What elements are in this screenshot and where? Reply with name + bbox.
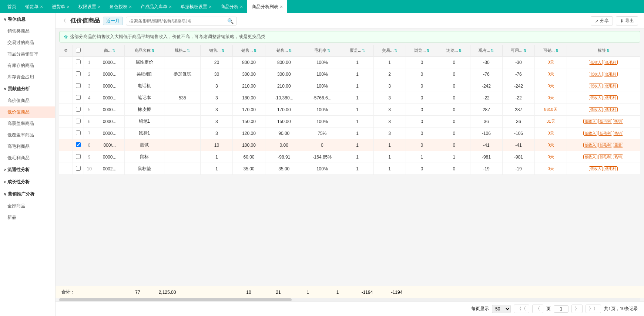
close-icon[interactable]: ✕ [240,5,243,9]
last-page-button[interactable]: 〉〉 [586,305,601,313]
row-checkbox[interactable] [76,71,81,76]
td-coverage: 1 [341,116,373,128]
nav-template-settings[interactable]: 单据模板设置 ✕ [176,0,216,13]
sidebar-item-traded-products[interactable]: 交易过的商品 [0,37,55,48]
sidebar-item-high-value[interactable]: 高价值商品 [0,95,55,106]
td-browse2: 0 [438,92,470,104]
sidebar-item-category-sales-rate[interactable]: 商品分类销售率 [0,48,55,60]
pagination: 每页显示 50 100 〈〈 〈 页 〉 〉〉 共1页，10条记录 [56,301,644,316]
sidebar-group-marketing[interactable]: ∨ 营销推广分析 [0,188,55,200]
first-page-button[interactable]: 〈〈 [514,305,529,313]
row-checkbox[interactable] [76,119,81,123]
td-name[interactable]: 橡皮擦 [124,104,164,116]
period-button[interactable]: 近一月 [103,17,123,25]
td-checkbox[interactable] [73,139,84,151]
td-checkbox[interactable] [73,104,84,116]
row-checkbox[interactable] [76,154,81,159]
row-checkbox[interactable] [76,83,81,88]
tag-badge: 热销 [613,131,623,136]
nav-product-analysis[interactable]: 商品分析 ✕ [216,0,247,13]
td-name[interactable]: 鼠标垫 [124,163,164,175]
close-icon[interactable]: ✕ [169,5,172,9]
row-checkbox[interactable] [76,95,81,100]
nav-sales-order[interactable]: 销货单 ✕ [21,0,47,13]
close-icon[interactable]: ✕ [98,5,101,9]
th-code[interactable]: 商...⇅ [95,45,124,57]
td-name[interactable]: 笔记本 [124,92,164,104]
prev-page-button[interactable]: 〈 [532,305,543,313]
sidebar-item-new-products[interactable]: 新品 [0,212,55,223]
next-page-button[interactable]: 〉 [571,305,583,313]
select-all-checkbox[interactable] [76,48,81,52]
th-tags[interactable]: 标签⇅ [567,45,640,57]
th-sales-amount[interactable]: 销售...⇅ [233,45,265,57]
sidebar-group-liquidity[interactable]: > 流通性分析 [0,164,55,176]
row-checkbox[interactable] [76,60,81,64]
td-name[interactable]: 测试 [124,139,164,151]
td-checkbox[interactable] [73,92,84,104]
sidebar-item-high-coverage[interactable]: 高覆盖率商品 [0,118,55,129]
td-browse1[interactable]: 1 [406,151,438,163]
th-sales-qty[interactable]: 销售...⇅ [201,45,233,57]
sidebar-item-low-margin[interactable]: 低毛利商品 [0,152,55,164]
nav-product-analysis-list[interactable]: 商品分析列表 ✕ [247,0,287,13]
per-page-select[interactable]: 50 100 [492,305,511,313]
close-icon[interactable]: ✕ [209,5,212,9]
td-checkbox[interactable] [73,116,84,128]
sidebar-group-contribution[interactable]: ∨ 贡献值分析 [0,83,55,95]
sidebar-item-high-margin[interactable]: 高毛利商品 [0,141,55,152]
td-checkbox[interactable] [73,57,84,68]
td-checkbox[interactable] [73,163,84,175]
th-gross-rate[interactable]: 毛利率⇅ [303,45,341,57]
td-checkbox[interactable] [73,151,84,163]
td-name[interactable]: 鼠标1 [124,128,164,139]
sidebar-item-low-value[interactable]: 低价值商品 [0,106,55,118]
th-spec[interactable]: 规格...⇅ [164,45,201,57]
th-sales-price[interactable]: 销售...⇅ [265,45,303,57]
th-browse2[interactable]: 浏览...⇅ [438,45,470,57]
close-icon[interactable]: ✕ [40,5,43,9]
close-icon[interactable]: ✕ [129,5,132,9]
th-current[interactable]: 现有...⇅ [470,45,502,57]
sidebar-item-all-products[interactable]: 全部商品 [0,200,55,212]
td-name[interactable]: 属性定价 [124,57,164,68]
td-name[interactable]: 铅笔1 [124,116,164,128]
close-icon[interactable]: ✕ [280,5,283,9]
row-checkbox[interactable] [76,130,81,135]
sidebar-item-stock-products[interactable]: 有库存的商品 [0,60,55,71]
row-checkbox[interactable] [76,142,81,147]
td-name[interactable]: 吴细细1 [124,68,164,80]
nav-product-warehouse[interactable]: 产成品入库单 ✕ [136,0,176,13]
search-input[interactable] [129,18,227,24]
search-icon[interactable]: 🔍 [227,18,234,24]
nav-home[interactable]: 首页 [3,0,21,13]
close-icon[interactable]: ✕ [67,5,70,9]
collapse-sidebar-icon[interactable]: 《 [61,18,66,24]
th-coverage[interactable]: 覆盖...⇅ [341,45,373,57]
nav-purchase-order[interactable]: 进货单 ✕ [47,0,74,13]
page-input[interactable] [554,305,568,313]
sidebar-group-growth[interactable]: > 成长性分析 [0,176,55,188]
th-browse1[interactable]: 浏览...⇅ [406,45,438,57]
th-trade[interactable]: 交易...⇅ [373,45,406,57]
th-settings[interactable]: ⚙ [59,45,73,57]
th-usable[interactable]: 可用...⇅ [502,45,534,57]
td-name[interactable]: 电话机 [124,80,164,92]
sidebar-group-overall[interactable]: ∨ 整体信息 [0,13,55,26]
td-checkbox[interactable] [73,80,84,92]
th-saleable[interactable]: 可销...⇅ [535,45,567,57]
sidebar-item-low-coverage[interactable]: 低覆盖率商品 [0,129,55,141]
export-button[interactable]: ⬇ 导出 [616,16,638,26]
sidebar-item-sales-products[interactable]: 销售类商品 [0,26,55,37]
row-checkbox[interactable] [76,166,81,171]
td-checkbox[interactable] [73,128,84,139]
sidebar-item-stock-capital[interactable]: 库存资金占用 [0,71,55,83]
share-button[interactable]: ↗ 分享 [591,16,613,26]
td-checkbox[interactable] [73,68,84,80]
td-sales-price: 0.00 [265,139,303,151]
th-name[interactable]: 商品名称⇅ [124,45,164,57]
row-checkbox[interactable] [76,107,81,112]
nav-permission-settings[interactable]: 权限设置 ✕ [74,0,105,13]
nav-role-auth[interactable]: 角色授权 ✕ [105,0,136,13]
td-name[interactable]: 鼠标 [124,151,164,163]
